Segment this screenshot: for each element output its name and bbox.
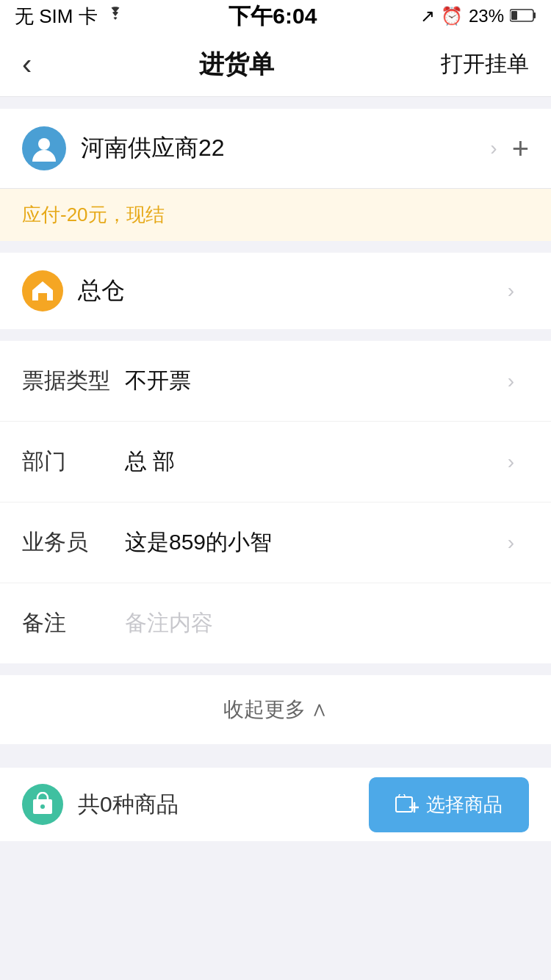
salesperson-label: 业务员 <box>22 527 125 558</box>
bottom-bar: 共0种商品 选择商品 <box>0 768 551 841</box>
notice-bar: 应付-20元，现结 <box>0 189 551 241</box>
open-pending-button[interactable]: 打开挂单 <box>441 49 529 79</box>
supplier-name: 河南供应商22 <box>81 132 490 165</box>
status-left: 无 SIM 卡 <box>15 4 126 29</box>
wifi-icon <box>105 5 126 28</box>
location-icon: ↗ <box>420 6 435 26</box>
svg-rect-1 <box>533 12 536 18</box>
battery-percent: 23% <box>469 6 504 26</box>
svg-rect-4 <box>38 293 47 300</box>
remark-input[interactable]: 备注内容 <box>125 608 529 638</box>
network-status: 无 SIM 卡 <box>15 4 98 29</box>
battery-icon <box>510 6 536 26</box>
section-divider-2 <box>0 241 551 253</box>
svg-point-3 <box>38 138 50 150</box>
form-section: 票据类型 不开票 › 部门 总 部 › 业务员 这是859的小智 › 备注 备注… <box>0 341 551 663</box>
warehouse-row[interactable]: 总仓 › <box>0 253 551 329</box>
department-label: 部门 <box>22 447 125 477</box>
nav-bar: ‹ 进货单 打开挂单 <box>0 32 551 97</box>
svg-rect-2 <box>511 11 517 20</box>
svg-point-6 <box>40 804 45 809</box>
status-time: 下午6:04 <box>228 1 317 32</box>
invoice-type-label: 票据类型 <box>22 366 125 396</box>
supplier-avatar <box>22 126 66 170</box>
section-divider-3 <box>0 744 551 756</box>
select-product-label: 选择商品 <box>426 792 503 818</box>
supplier-chevron-icon: › <box>490 137 497 160</box>
department-chevron-icon: › <box>508 450 514 474</box>
collapse-bar[interactable]: 收起更多 ∧ <box>0 675 551 744</box>
background-area <box>0 841 551 980</box>
svg-rect-7 <box>396 797 412 812</box>
product-count-icon <box>22 784 63 825</box>
warehouse-name: 总仓 <box>78 275 508 307</box>
add-button[interactable]: + <box>512 132 529 165</box>
status-right: ↗ ⏰ 23% <box>420 6 536 26</box>
department-row[interactable]: 部门 总 部 › <box>0 422 551 502</box>
salesperson-row[interactable]: 业务员 这是859的小智 › <box>0 502 551 583</box>
product-count-text: 共0种商品 <box>78 790 369 820</box>
alarm-icon: ⏰ <box>441 6 463 26</box>
warehouse-icon <box>22 270 63 311</box>
section-divider-1 <box>0 97 551 109</box>
notice-text: 应付-20元，现结 <box>22 203 165 226</box>
warehouse-chevron-icon: › <box>508 279 514 303</box>
page-title: 进货单 <box>199 48 274 82</box>
supplier-section: 河南供应商22 › + 应付-20元，现结 <box>0 109 551 241</box>
collapse-label: 收起更多 ∧ <box>223 698 328 721</box>
invoice-type-row[interactable]: 票据类型 不开票 › <box>0 341 551 422</box>
invoice-chevron-icon: › <box>508 370 514 393</box>
supplier-row[interactable]: 河南供应商22 › + <box>0 109 551 189</box>
department-value: 总 部 <box>125 447 508 477</box>
salesperson-chevron-icon: › <box>508 531 514 555</box>
invoice-type-value: 不开票 <box>125 366 508 396</box>
back-button[interactable]: ‹ <box>22 48 32 81</box>
select-product-button[interactable]: 选择商品 <box>369 777 529 832</box>
status-bar: 无 SIM 卡 下午6:04 ↗ ⏰ 23% <box>0 0 551 32</box>
salesperson-value: 这是859的小智 <box>125 527 508 558</box>
remark-row[interactable]: 备注 备注内容 <box>0 583 551 663</box>
remark-label: 备注 <box>22 608 125 638</box>
warehouse-section: 总仓 › <box>0 253 551 329</box>
